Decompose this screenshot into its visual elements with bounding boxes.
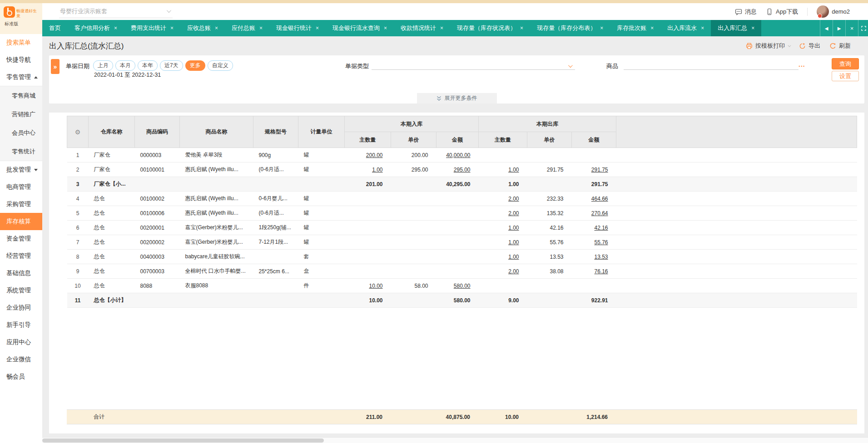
user-menu[interactable]: demo2: [817, 5, 850, 18]
sidebar-item-marketing[interactable]: 营销推广: [0, 105, 42, 123]
drill-link[interactable]: [345, 264, 391, 279]
scrollbar-thumb[interactable]: [42, 438, 324, 443]
drill-link[interactable]: [345, 250, 391, 264]
drill-link[interactable]: 1.00: [479, 221, 527, 235]
doc-type-select[interactable]: [372, 59, 575, 70]
tab-ap-ledger[interactable]: 应付总账×: [225, 20, 269, 36]
drill-link[interactable]: 1.00: [479, 162, 527, 177]
drill-link[interactable]: [479, 148, 527, 162]
close-icon[interactable]: ×: [520, 25, 523, 31]
close-icon[interactable]: ×: [215, 25, 218, 31]
drill-link[interactable]: [572, 279, 616, 293]
drill-link[interactable]: 1.00: [479, 250, 527, 264]
account-select[interactable]: 母婴行业演示账套: [59, 5, 173, 18]
close-icon[interactable]: ×: [316, 25, 319, 31]
tab-stock-distribution[interactable]: 现存量（库存分布表）×: [530, 20, 610, 36]
tab-cash-bank-stats[interactable]: 现金银行统计×: [269, 20, 326, 36]
print-by-template-button[interactable]: 按模板打印: [746, 42, 790, 50]
drill-link[interactable]: 55.76: [572, 235, 616, 250]
column-settings-button[interactable]: ⚙: [67, 116, 89, 148]
tab-home[interactable]: 首页: [42, 20, 68, 36]
table-row[interactable]: 7 总仓 00200002 嘉宝(Gerber)米粉婴儿... 7-12月1段.…: [67, 235, 857, 250]
close-icon[interactable]: ×: [259, 25, 263, 31]
sidebar-item-enterprise-wechat[interactable]: 企业微信: [0, 351, 42, 368]
close-icon[interactable]: ×: [701, 25, 704, 31]
close-icon[interactable]: ×: [384, 25, 387, 31]
close-icon[interactable]: ×: [170, 25, 174, 31]
drill-link[interactable]: 42.16: [572, 221, 616, 235]
drill-link[interactable]: [436, 250, 479, 264]
sidebar-item-funds-mgmt[interactable]: 资金管理: [0, 230, 42, 247]
sidebar-item-inventory-accounting[interactable]: 库存核算: [0, 213, 42, 230]
drill-link[interactable]: 464.66: [572, 192, 616, 206]
preset-last-month[interactable]: 上月: [93, 60, 113, 71]
sidebar-item-ecommerce-mgmt[interactable]: 电商管理: [0, 178, 42, 196]
sidebar-item-app-center[interactable]: 应用中心: [0, 334, 42, 351]
preset-more[interactable]: 更多: [185, 60, 205, 71]
close-icon[interactable]: ×: [650, 25, 654, 31]
product-picker-button[interactable]: ...: [799, 61, 805, 68]
app-download-button[interactable]: App下载: [766, 8, 798, 16]
drill-link[interactable]: [572, 148, 616, 162]
drill-link[interactable]: 40,000.00: [436, 148, 479, 162]
sidebar-item-retail-mgmt[interactable]: 零售管理: [0, 69, 42, 86]
drill-link[interactable]: 291.75: [572, 162, 616, 177]
horizontal-scrollbar[interactable]: [42, 437, 868, 443]
drill-link[interactable]: 2.00: [479, 206, 527, 221]
tab-inout-flow[interactable]: 出入库流水×: [660, 20, 711, 36]
table-row[interactable]: 9 总仓 00700003 全棉时代 口水巾手帕婴... 25*25cm 6..…: [67, 264, 857, 279]
drill-link[interactable]: 76.16: [572, 264, 616, 279]
tab-customer-credit[interactable]: 客户信用分析×: [68, 20, 124, 36]
drill-link[interactable]: 295.00: [436, 162, 479, 177]
drill-link[interactable]: [479, 279, 527, 293]
preset-this-year[interactable]: 本年: [138, 60, 158, 71]
drill-link[interactable]: 2.00: [479, 264, 527, 279]
drill-link[interactable]: [436, 221, 479, 235]
sidebar-item-system-mgmt[interactable]: 系统管理: [0, 282, 42, 299]
date-range-value[interactable]: 2022-01-01 至 2022-12-31: [94, 71, 161, 79]
sidebar-item-operation-mgmt[interactable]: 经营管理: [0, 247, 42, 265]
drill-link[interactable]: 2.00: [479, 192, 527, 206]
drill-link[interactable]: [436, 192, 479, 206]
drill-link[interactable]: 270.64: [572, 206, 616, 221]
table-row[interactable]: 8 总仓 00400003 babycare儿童硅胶软碗... 套 1.00: [67, 250, 857, 264]
preset-custom[interactable]: 自定义: [208, 60, 233, 71]
drill-link[interactable]: [345, 192, 391, 206]
fullscreen-icon[interactable]: [858, 20, 868, 36]
preset-this-month[interactable]: 本月: [115, 60, 135, 71]
close-icon[interactable]: ×: [440, 25, 443, 31]
drill-link[interactable]: [345, 221, 391, 235]
drill-link[interactable]: 13.53: [572, 250, 616, 264]
tab-stock-status[interactable]: 现存量（库存状况表）×: [450, 20, 530, 36]
drill-link[interactable]: [436, 206, 479, 221]
close-icon[interactable]: ×: [751, 25, 754, 31]
table-row[interactable]: 5 总仓 00100006 惠氏启赋 (Wyeth illu... (0-6月适…: [67, 206, 857, 221]
sidebar-item-wholesale-mgmt[interactable]: 批发管理: [0, 161, 42, 178]
table-row[interactable]: 2 厂家仓 00100001 惠氏启赋 (Wyeth illu... (0-6月…: [67, 162, 857, 177]
collapse-filter-button[interactable]: »: [51, 59, 60, 74]
query-button[interactable]: 查询: [832, 58, 859, 69]
sidebar-item-retail-mall[interactable]: 零售商城: [0, 86, 42, 105]
product-input[interactable]: [624, 59, 799, 70]
table-row[interactable]: 10 总仓 8088 衣服8088 件 10.00 58.00 580.00: [67, 279, 857, 293]
drill-link[interactable]: [436, 235, 479, 250]
tabs-scroll-left-button[interactable]: ◀: [820, 20, 833, 36]
tab-inout-summary[interactable]: 出入库汇总×: [711, 20, 761, 36]
sidebar-item-chang-member[interactable]: 畅会员: [0, 368, 42, 385]
sidebar-item-purchase-mgmt[interactable]: 采购管理: [0, 196, 42, 213]
preset-last-7-days[interactable]: 近7天: [160, 60, 183, 71]
sidebar-item-newbie-guide[interactable]: 新手引导: [0, 316, 42, 334]
sidebar-item-member-center[interactable]: 会员中心: [0, 123, 42, 142]
close-icon[interactable]: ×: [600, 25, 603, 31]
tab-stock-batch[interactable]: 库存批次账×: [610, 20, 660, 36]
tabs-close-all-button[interactable]: ×: [845, 20, 858, 36]
expand-more-conditions[interactable]: 展开更多条件: [417, 93, 497, 103]
drill-link[interactable]: 1.00: [479, 235, 527, 250]
sidebar-item-quick-nav[interactable]: 快捷导航: [0, 51, 42, 69]
sidebar-item-basic-info[interactable]: 基础信息: [0, 265, 42, 282]
drill-link[interactable]: [345, 235, 391, 250]
tabs-scroll-right-button[interactable]: ▶: [833, 20, 845, 36]
drill-link[interactable]: 10.00: [345, 279, 391, 293]
export-button[interactable]: 导出: [799, 42, 820, 50]
tab-receipt-stats[interactable]: 收款情况统计×: [394, 20, 450, 36]
